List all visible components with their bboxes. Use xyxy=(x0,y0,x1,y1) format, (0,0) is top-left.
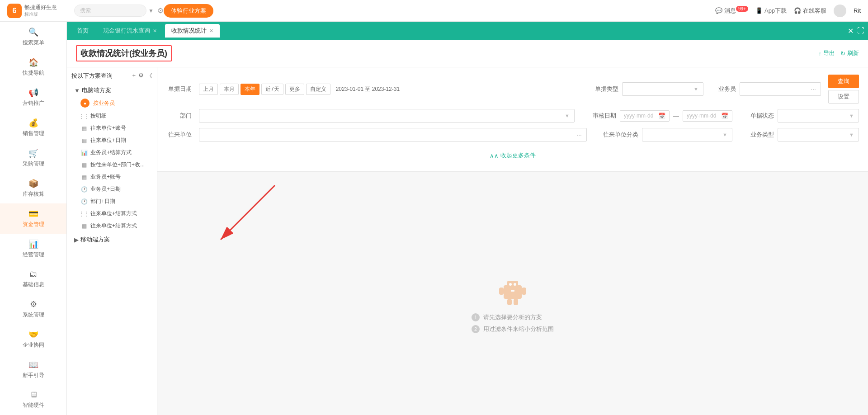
panel-header-icons: + ⚙ 《 xyxy=(132,72,152,80)
tree-desktop-section: ▼ 电脑端方案 ● 按业务员 ⋮⋮ 按明细 ▦ 往来单位+账号 xyxy=(71,85,152,232)
robot-icon xyxy=(495,272,531,308)
doc-status-select[interactable]: ▼ xyxy=(778,109,859,123)
tab-close-all-icon[interactable]: ✕ xyxy=(848,27,854,35)
sidebar-label-inventory: 库存核算 xyxy=(23,190,44,198)
sidebar-item-system[interactable]: ⚙ 系统管理 xyxy=(0,294,66,324)
active-dot-icon: ● xyxy=(80,99,90,108)
from-unit-select[interactable]: ··· xyxy=(199,128,587,141)
panel-title: 按以下方案查询 xyxy=(71,72,113,80)
tree-mobile-parent[interactable]: ▶ 移动端方案 xyxy=(71,234,152,245)
biz-type-label: 业务类型 xyxy=(749,131,774,139)
tree-child-unit-date[interactable]: ▦ 往来单位+日期 xyxy=(71,134,152,146)
tip-item-1: 1 请先选择要分析的方案 xyxy=(472,313,554,321)
from-unit-category-select[interactable]: ▼ xyxy=(642,128,732,141)
collapse-row[interactable]: ∧∧ 收起更多条件 xyxy=(166,147,859,164)
arrow-annotation xyxy=(193,176,329,258)
dept-date-icon: 🕐 xyxy=(80,198,88,205)
sidebar-item-search-menu[interactable]: 🔍 搜索菜单 xyxy=(0,22,66,52)
tab-expand-icon[interactable]: ⛶ xyxy=(857,27,864,35)
date-tab-last-month[interactable]: 上月 xyxy=(199,84,218,95)
dept-label: 部门 xyxy=(166,112,192,120)
export-icon: ↑ xyxy=(819,50,822,57)
dept-chevron: ▼ xyxy=(565,113,570,118)
tab-home[interactable]: 首页 xyxy=(71,24,95,38)
tree-child-unit-settle1[interactable]: ⋮⋮ 往来单位+结算方式 xyxy=(71,208,152,220)
trial-button[interactable]: 体验行业方案 xyxy=(164,4,213,18)
tree-child-dept-date[interactable]: 🕐 部门+日期 xyxy=(71,195,152,208)
message-badge: 99+ xyxy=(736,6,748,12)
salesman-select[interactable]: ··· xyxy=(740,82,821,96)
tab-bank-flow-close[interactable]: ✕ xyxy=(153,28,157,34)
unit-account-icon: ▦ xyxy=(80,125,88,132)
inventory-icon: 📦 xyxy=(28,179,38,189)
date-tab-this-year[interactable]: 本年 xyxy=(241,84,259,95)
sidebar-item-hardware[interactable]: 🖥 智能硬件 xyxy=(0,385,66,415)
tree-child-salesman-account[interactable]: ▦ 业务员+账号 xyxy=(71,171,152,183)
date-tab-more[interactable]: 更多 xyxy=(285,84,304,95)
page-header: 收款情况统计(按业务员) ↑ 导出 ↻ 刷新 xyxy=(67,40,868,67)
tree-child-unit-dept[interactable]: ▦ 按往来单位+部门+收... xyxy=(71,159,152,171)
svg-rect-6 xyxy=(511,290,514,292)
filter-row-1: 单据日期 上月 本月 本年 近7天 更多 自定义 2023-01-01 至 20… xyxy=(166,75,859,104)
panel-collapse-icon[interactable]: 《 xyxy=(146,72,152,80)
dept-select[interactable]: ▼ xyxy=(199,109,575,123)
review-date-end[interactable]: yyyy-mm-dd 📅 xyxy=(683,110,732,122)
sidebar-item-guide[interactable]: 📖 新手引导 xyxy=(0,354,66,385)
sidebar-item-quick-nav[interactable]: 🏠 快捷导航 xyxy=(0,52,66,82)
search-menu-icon: 🔍 xyxy=(28,27,38,37)
nav-dropdown[interactable]: ▼ xyxy=(148,8,154,14)
app-download-item[interactable]: 📱 App下载 xyxy=(755,7,787,15)
biz-type-select[interactable]: ▼ xyxy=(778,128,859,141)
tree-child-salesman-date[interactable]: 🕐 业务员+日期 xyxy=(71,183,152,195)
from-unit-category-chevron: ▼ xyxy=(722,132,727,137)
user-avatar[interactable] xyxy=(834,5,846,17)
tree-child-detail[interactable]: ⋮⋮ 按明细 xyxy=(71,110,152,122)
sidebar-item-purchase[interactable]: 🛒 采购管理 xyxy=(0,143,66,173)
svg-rect-9 xyxy=(507,299,512,305)
online-service-item[interactable]: 🎧 在线客服 xyxy=(794,7,826,15)
empty-tips: 1 请先选择要分析的方案 2 用过滤条件来缩小分析范围 xyxy=(472,313,554,333)
settings-icon[interactable]: ⚙ xyxy=(157,6,164,15)
tab-collection-stats-close[interactable]: ✕ xyxy=(209,28,213,34)
svg-rect-10 xyxy=(514,299,518,305)
tree-child-detail-label: 按明细 xyxy=(90,112,107,120)
date-tab-7days[interactable]: 近7天 xyxy=(261,84,283,95)
query-button[interactable]: 查询 xyxy=(828,75,859,88)
sidebar-item-corp[interactable]: 🤝 企业协同 xyxy=(0,324,66,354)
tree-child-salesman-settle[interactable]: 📊 业务员+结算方式 xyxy=(71,146,152,159)
messages-item[interactable]: 💬 消息 99+ xyxy=(715,7,748,15)
sidebar-item-marketing[interactable]: 📢 营销推广 xyxy=(0,82,66,113)
tip-text-1: 请先选择要分析的方案 xyxy=(483,313,542,321)
tab-bank-flow[interactable]: 现金银行流水查询 ✕ xyxy=(97,24,163,38)
date-tab-custom[interactable]: 自定义 xyxy=(306,84,330,95)
sidebar-item-finance[interactable]: 💳 资金管理 xyxy=(0,203,66,234)
tree-desktop-label: 电脑端方案 xyxy=(82,86,111,94)
quick-nav-icon: 🏠 xyxy=(28,57,38,67)
review-date-start[interactable]: yyyy-mm-dd 📅 xyxy=(620,110,670,122)
right-area: 单据日期 上月 本月 本年 近7天 更多 自定义 2023-01-01 至 20… xyxy=(157,67,868,415)
panel-add-icon[interactable]: + xyxy=(132,72,136,80)
tree-child-unit-account[interactable]: ▦ 往来单位+账号 xyxy=(71,122,152,134)
export-button[interactable]: ↑ 导出 xyxy=(819,49,835,57)
filter-row-2: 部门 ▼ 审核日期 yyyy-mm-dd 📅 — xyxy=(166,109,859,123)
tree-child-unit-settle2[interactable]: ▦ 往来单位+结算方式 xyxy=(71,220,152,232)
sidebar-item-inventory[interactable]: 📦 库存核算 xyxy=(0,173,66,203)
tree-desktop-parent[interactable]: ▼ 电脑端方案 xyxy=(71,85,152,96)
panel-settings-icon[interactable]: ⚙ xyxy=(138,72,144,80)
header-search-bar: 搜索 xyxy=(74,5,146,17)
sidebar-item-basic-info[interactable]: 🗂 基础信息 xyxy=(0,264,66,294)
message-label: 消息 xyxy=(724,7,736,15)
sidebar-item-operation[interactable]: 📊 经营管理 xyxy=(0,234,66,264)
doc-type-select[interactable]: ▼ xyxy=(622,82,703,96)
tab-collection-stats[interactable]: 收款情况统计 ✕ xyxy=(165,24,220,38)
date-tab-this-month[interactable]: 本月 xyxy=(220,84,239,95)
sidebar-item-sales[interactable]: 💰 销售管理 xyxy=(0,113,66,143)
corp-icon: 🤝 xyxy=(28,330,38,340)
collapse-label: 收起更多条件 xyxy=(500,151,536,160)
panel-header: 按以下方案查询 + ⚙ 《 xyxy=(71,72,152,80)
tree-child-by-salesman[interactable]: ● 按业务员 xyxy=(71,96,152,110)
refresh-button[interactable]: ↻ 刷新 xyxy=(840,49,859,57)
top-header: 6 畅捷通好生意 标准版 搜索 ▼ ⚙ 体验行业方案 💬 消息 99+ 📱 Ap… xyxy=(0,0,868,22)
settings-button[interactable]: 设置 xyxy=(828,90,859,104)
bottom-content: 1 请先选择要分析的方案 2 用过滤条件来缩小分析范围 xyxy=(157,172,868,415)
